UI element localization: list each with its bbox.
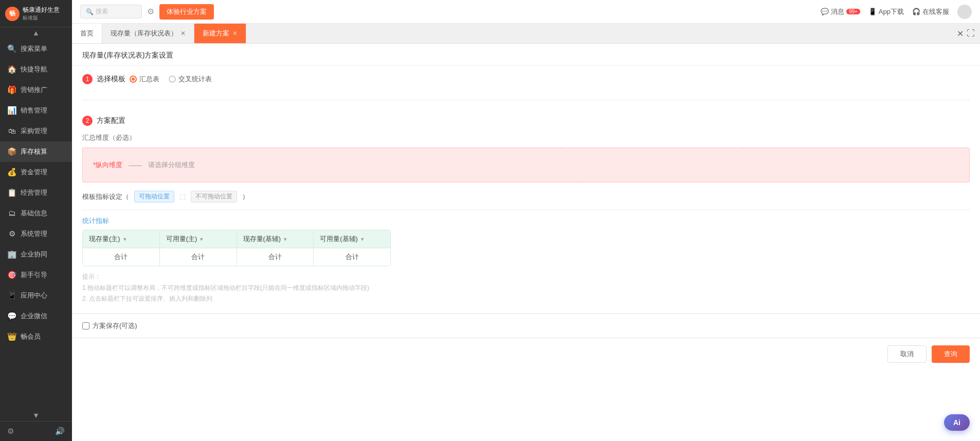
cancel-button[interactable]: 取消: [887, 345, 927, 363]
sidebar-item-appcenter[interactable]: 📱 应用中心: [0, 285, 72, 306]
tab-inventory-status-label: 现存量（库存状况表）: [111, 29, 177, 38]
tab-home[interactable]: 首页: [72, 24, 102, 43]
dropdown-icon-1[interactable]: ▾: [200, 236, 203, 243]
save-checkbox[interactable]: [82, 322, 89, 329]
save-section: 方案保存(可选): [72, 314, 980, 338]
tab-icons: ✕ ⛶: [957, 29, 980, 39]
sound-btn[interactable]: 🔊: [55, 427, 65, 436]
step1-header: 1 选择模板 汇总表 交叉统计表: [82, 74, 970, 84]
tab-home-label: 首页: [80, 29, 94, 38]
sidebar-item-label-appcenter: 应用中心: [21, 291, 47, 300]
industry-btn[interactable]: 体验行业方案: [159, 4, 214, 20]
app-download-btn[interactable]: 📱 App下载: [868, 7, 904, 16]
sidebar-item-label-inventory: 库存核算: [21, 147, 47, 156]
tab-inventory-status-close[interactable]: ✕: [180, 30, 186, 37]
stat-section-title: 统计指标: [82, 216, 970, 226]
sidebar-logo: 畅 畅康通好生意 标准版: [0, 0, 72, 27]
sidebar-item-wechat[interactable]: 💬 企业微信: [0, 306, 72, 326]
sidebar-bottom: ⚙ 🔊: [0, 421, 72, 441]
tab-expand-btn[interactable]: ⛶: [967, 29, 975, 38]
sidebar-item-basic[interactable]: 🗂 基础信息: [0, 203, 72, 224]
folder-icon: 🗂: [7, 209, 16, 218]
message-icon: 💬: [821, 8, 829, 15]
template-settings-sep: ⬚: [179, 193, 186, 200]
box-icon: 📦: [7, 147, 16, 156]
sidebar-item-label-member: 畅会员: [21, 332, 41, 341]
tips-section: 提示： 1.拖动标题栏可以调整布局，不可跨维度或指标区域拖动栏目字段(只能在同一…: [82, 271, 970, 305]
sidebar-item-label-enterprise: 企业协同: [21, 250, 47, 259]
step1-section: 1 选择模板 汇总表 交叉统计表: [72, 66, 980, 100]
home-icon: 🏠: [7, 65, 16, 74]
topbar-settings-btn[interactable]: ⚙: [147, 7, 154, 16]
sidebar-item-marketing[interactable]: 🎁 营销推广: [0, 80, 72, 100]
template-settings-label: 模板指标设定（: [82, 192, 129, 201]
search-bar[interactable]: 🔍 搜索: [80, 5, 142, 19]
sidebar-item-system[interactable]: ⚙ 系统管理: [0, 224, 72, 244]
stat-header-cell-0[interactable]: 现存量(主) ▾: [83, 230, 160, 248]
sidebar-item-member[interactable]: 👑 畅会员: [0, 326, 72, 347]
message-label: 消息: [831, 7, 844, 16]
sidebar-item-enterprise[interactable]: 🏢 企业协同: [0, 244, 72, 265]
stat-header-cell-3[interactable]: 可用量(基辅) ▾: [314, 230, 390, 248]
stat-table-header: 现存量(主) ▾ 可用量(主) ▾ 现存量(基辅) ▾ 可用量(基辅) ▾: [83, 230, 390, 248]
sidebar-item-sales[interactable]: 📊 销售管理: [0, 100, 72, 121]
stat-cell-0-3: 合计: [314, 248, 390, 266]
sidebar-item-finance[interactable]: 💰 资金管理: [0, 162, 72, 182]
online-service-btn[interactable]: 🎧 在线客服: [912, 7, 949, 16]
radio-summary[interactable]: 汇总表: [130, 75, 159, 84]
stat-table: 现存量(主) ▾ 可用量(主) ▾ 现存量(基辅) ▾ 可用量(基辅) ▾: [82, 230, 391, 266]
tab-close-all-btn[interactable]: ✕: [957, 29, 964, 39]
step1-num: 1: [82, 74, 93, 84]
tab-new-plan[interactable]: 新建方案 ✕: [194, 24, 246, 43]
page-title: 现存量(库存状况表)方案设置: [72, 44, 980, 66]
radio-cross[interactable]: 交叉统计表: [169, 75, 212, 84]
stat-cell-0-1: 合计: [160, 248, 237, 266]
stat-header-label-0: 现存量(主): [89, 234, 120, 244]
sidebar-item-shortcut[interactable]: 🏠 快捷导航: [0, 59, 72, 80]
chat-icon: 💬: [7, 311, 16, 321]
dimension-placeholder: 请选择分组维度: [148, 160, 195, 170]
ai-float-button[interactable]: Ai: [944, 414, 970, 431]
stat-cell-0-0: 合计: [83, 248, 160, 266]
sidebar-scroll-down[interactable]: ▼: [0, 410, 72, 421]
dimension-area[interactable]: *纵向维度 —— 请选择分组维度: [82, 148, 970, 182]
online-service-label: 在线客服: [922, 7, 949, 16]
radio-dot-summary: [130, 76, 137, 83]
dropdown-icon-3[interactable]: ▾: [361, 236, 364, 243]
app-logo-icon: 畅: [5, 7, 20, 21]
main-content: 🔍 搜索 ⚙ 体验行业方案 💬 消息 99+ 📱 App下载 🎧 在线客服: [72, 0, 980, 441]
search-placeholder: 搜索: [96, 7, 108, 16]
draggable-badge: 可拖动位置: [134, 191, 174, 203]
step2-section: 2 方案配置 汇总维度（必选） *纵向维度 —— 请选择分组维度 模板指标设定（…: [72, 100, 980, 313]
mobile-icon: 📱: [7, 291, 16, 300]
tab-inventory-status[interactable]: 现存量（库存状况表） ✕: [102, 24, 194, 43]
stat-header-label-2: 现存量(基辅): [243, 234, 281, 244]
tip-1: 1.拖动标题栏可以调整布局，不可跨维度或指标区域拖动栏目字段(只能在同一维度或指…: [82, 283, 970, 294]
tab-new-plan-close[interactable]: ✕: [232, 30, 238, 37]
sidebar-nav: 🔍 搜索菜单 🏠 快捷导航 🎁 营销推广 📊 销售管理 🛍 采购管理 📦 库存核…: [0, 39, 72, 410]
user-avatar[interactable]: [957, 5, 972, 19]
query-button[interactable]: 查询: [932, 345, 970, 363]
non-draggable-badge: 不可拖动位置: [191, 191, 237, 203]
sidebar-item-newuser[interactable]: 🎯 新手引导: [0, 265, 72, 285]
sidebar-item-label-purchase: 采购管理: [21, 126, 47, 136]
message-btn[interactable]: 💬 消息 99+: [821, 7, 860, 16]
search-icon-top: 🔍: [86, 8, 94, 15]
radio-dot-cross: [169, 76, 176, 83]
dropdown-icon-2[interactable]: ▾: [284, 236, 287, 243]
footer-btns: 取消 查询: [72, 338, 980, 370]
topbar-left: 🔍 搜索 ⚙ 体验行业方案: [80, 4, 214, 20]
stat-header-label-3: 可用量(基辅): [320, 234, 358, 244]
sidebar-item-search[interactable]: 🔍 搜索菜单: [0, 39, 72, 59]
dropdown-icon-0[interactable]: ▾: [123, 236, 126, 243]
settings-bottom-btn[interactable]: ⚙: [7, 427, 14, 436]
stat-header-cell-2[interactable]: 现存量(基辅) ▾: [237, 230, 314, 248]
gift-icon: 🎁: [7, 85, 16, 95]
money-icon: 💰: [7, 168, 16, 177]
sidebar-item-inventory[interactable]: 📦 库存核算: [0, 141, 72, 162]
stat-header-cell-1[interactable]: 可用量(主) ▾: [160, 230, 237, 248]
sidebar-scroll-up[interactable]: ▲: [0, 27, 72, 39]
sidebar: 畅 畅康通好生意 标准版 ▲ 🔍 搜索菜单 🏠 快捷导航 🎁 营销推广 📊 销售…: [0, 0, 72, 441]
sidebar-item-purchase[interactable]: 🛍 采购管理: [0, 121, 72, 141]
sidebar-item-operation[interactable]: 📋 经营管理: [0, 182, 72, 203]
